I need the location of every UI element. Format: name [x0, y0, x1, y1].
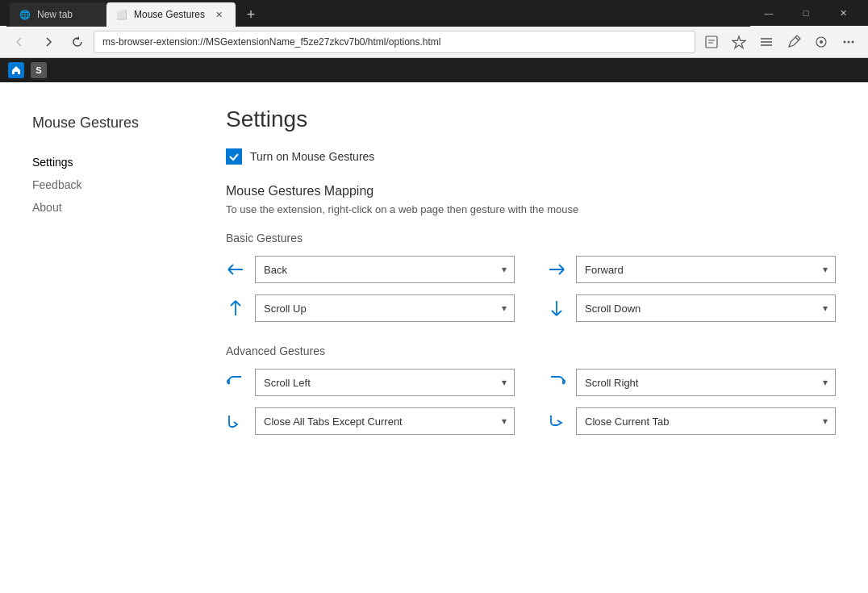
- hub-icon[interactable]: [753, 29, 779, 55]
- mapping-section: Mouse Gestures Mapping To use the extens…: [226, 184, 836, 215]
- basic-gestures-grid: Back Forward Scroll Up Scroll Down Scrol…: [226, 256, 836, 322]
- tab-newtab-label: New tab: [37, 9, 97, 20]
- title-bar: 🌐 New tab ⬜ Mouse Gestures ✕ + — □ ✕: [0, 0, 868, 26]
- gesture-row-scroll-down: Back Forward Scroll Up Scroll Down Scrol…: [547, 294, 836, 322]
- window-controls: — □ ✕: [750, 0, 862, 26]
- gesture-row-scroll-right-adv: Back Forward Scroll Up Scroll Down Scrol…: [547, 369, 836, 396]
- gesture-arrow-close-current-adv: [547, 411, 566, 431]
- mapping-title: Mouse Gestures Mapping: [226, 184, 836, 198]
- sidebar-item-settings[interactable]: Settings: [32, 151, 177, 173]
- new-tab-button[interactable]: +: [239, 2, 263, 27]
- scroll-down-select-wrapper: Back Forward Scroll Up Scroll Down Scrol…: [576, 294, 836, 322]
- favorites-icon[interactable]: [726, 29, 752, 55]
- more-button[interactable]: [836, 29, 862, 55]
- toolbar-right: [699, 29, 862, 55]
- tab-mousegestures-label: Mouse Gestures: [134, 9, 205, 20]
- scroll-right-adv-select-wrapper: Back Forward Scroll Up Scroll Down Scrol…: [576, 369, 836, 396]
- tab-close-button[interactable]: ✕: [211, 7, 226, 22]
- scroll-up-select[interactable]: Back Forward Scroll Up Scroll Down Scrol…: [255, 294, 515, 322]
- forward-button[interactable]: [35, 29, 61, 55]
- gesture-arrow-scroll-right-adv: [547, 373, 566, 392]
- page-content: Mouse Gestures Settings Feedback About S…: [0, 82, 868, 566]
- gesture-arrow-up: [226, 299, 245, 318]
- close-all-adv-select[interactable]: Back Forward Scroll Up Scroll Down Scrol…: [255, 407, 515, 435]
- sidebar-item-feedback[interactable]: Feedback: [32, 173, 177, 196]
- page-title: Settings: [226, 106, 836, 132]
- tab-bar: 🌐 New tab ⬜ Mouse Gestures ✕ +: [6, 0, 750, 27]
- favorites-item-home[interactable]: [8, 62, 24, 78]
- back-select-wrapper: Back Forward Scroll Up Scroll Down Scrol…: [255, 256, 515, 283]
- gesture-row-forward: Back Forward Scroll Up Scroll Down Scrol…: [547, 256, 836, 283]
- sidebar: Mouse Gestures Settings Feedback About: [0, 82, 194, 566]
- basic-gestures-title: Basic Gestures: [226, 232, 836, 244]
- basic-gestures-section: Basic Gestures Back Forward Scroll Up Sc…: [226, 232, 836, 322]
- close-all-adv-select-wrapper: Back Forward Scroll Up Scroll Down Scrol…: [255, 407, 515, 435]
- svg-point-5: [852, 40, 854, 43]
- forward-select-wrapper: Back Forward Scroll Up Scroll Down Scrol…: [576, 256, 836, 283]
- advanced-gestures-grid: Back Forward Scroll Up Scroll Down Scrol…: [226, 369, 836, 435]
- gesture-arrow-right: [547, 260, 566, 279]
- gesture-row-scroll-left-adv: Back Forward Scroll Up Scroll Down Scrol…: [226, 369, 515, 396]
- favorites-bar: S: [0, 58, 868, 82]
- extensions-icon[interactable]: [808, 29, 834, 55]
- gesture-row-close-all-adv: Back Forward Scroll Up Scroll Down Scrol…: [226, 407, 515, 435]
- maximize-button[interactable]: □: [787, 0, 824, 26]
- toolbar: ms-browser-extension://MSGextensionName_…: [0, 26, 868, 58]
- svg-rect-0: [706, 36, 717, 48]
- advanced-gestures-section: Advanced Gestures Back Forward: [226, 345, 836, 435]
- scroll-left-adv-select[interactable]: Back Forward Scroll Up Scroll Down Scrol…: [255, 369, 515, 396]
- sidebar-title: Mouse Gestures: [32, 115, 177, 132]
- scroll-right-adv-select[interactable]: Back Forward Scroll Up Scroll Down Scrol…: [576, 369, 836, 396]
- make-note-icon[interactable]: [781, 29, 807, 55]
- back-button[interactable]: [6, 29, 32, 55]
- turn-on-checkbox[interactable]: [226, 148, 242, 165]
- tab-newtab[interactable]: 🌐 New tab: [10, 2, 106, 27]
- turn-on-label: Turn on Mouse Gestures: [250, 150, 374, 163]
- gesture-row-scroll-up: Back Forward Scroll Up Scroll Down Scrol…: [226, 294, 515, 322]
- tab-mousegestures[interactable]: ⬜ Mouse Gestures ✕: [106, 2, 236, 27]
- refresh-button[interactable]: [65, 29, 90, 55]
- close-button[interactable]: ✕: [824, 0, 862, 26]
- gesture-arrow-close-all-adv: [226, 411, 245, 431]
- forward-select[interactable]: Back Forward Scroll Up Scroll Down Scrol…: [576, 256, 836, 283]
- gesture-arrow-left: [226, 260, 245, 279]
- favorites-item-s[interactable]: S: [31, 62, 47, 78]
- gesture-arrow-scroll-left-adv: [226, 373, 245, 392]
- browser-chrome: 🌐 New tab ⬜ Mouse Gestures ✕ + — □ ✕: [0, 0, 868, 82]
- svg-point-3: [844, 40, 846, 43]
- gesture-arrow-down: [547, 299, 566, 318]
- svg-point-4: [848, 40, 850, 43]
- turn-on-checkbox-row: Turn on Mouse Gestures: [226, 148, 836, 165]
- svg-point-2: [820, 40, 823, 44]
- scroll-down-select[interactable]: Back Forward Scroll Up Scroll Down Scrol…: [576, 294, 836, 322]
- close-current-adv-select[interactable]: Back Forward Scroll Up Scroll Down Scrol…: [576, 407, 836, 435]
- close-current-adv-select-wrapper: Back Forward Scroll Up Scroll Down Scrol…: [576, 407, 836, 435]
- scroll-left-adv-select-wrapper: Back Forward Scroll Up Scroll Down Scrol…: [255, 369, 515, 396]
- tab-mousegestures-icon: ⬜: [116, 10, 127, 20]
- tab-newtab-icon: 🌐: [19, 10, 31, 20]
- sidebar-item-about[interactable]: About: [32, 196, 177, 219]
- reading-list-icon[interactable]: [699, 29, 724, 55]
- mapping-desc: To use the extension, right-click on a w…: [226, 203, 836, 215]
- scroll-up-select-wrapper: Back Forward Scroll Up Scroll Down Scrol…: [255, 294, 515, 322]
- gesture-row-close-current-adv: Back Forward Scroll Up Scroll Down Scrol…: [547, 407, 836, 435]
- back-select[interactable]: Back Forward Scroll Up Scroll Down Scrol…: [255, 256, 515, 283]
- minimize-button[interactable]: —: [750, 0, 787, 26]
- address-text: ms-browser-extension://MSGextensionName_…: [102, 36, 441, 48]
- gesture-row-back: Back Forward Scroll Up Scroll Down Scrol…: [226, 256, 515, 283]
- main-content: Settings Turn on Mouse Gestures Mouse Ge…: [194, 82, 868, 566]
- address-bar[interactable]: ms-browser-extension://MSGextensionName_…: [94, 31, 695, 53]
- advanced-gestures-title: Advanced Gestures: [226, 345, 836, 357]
